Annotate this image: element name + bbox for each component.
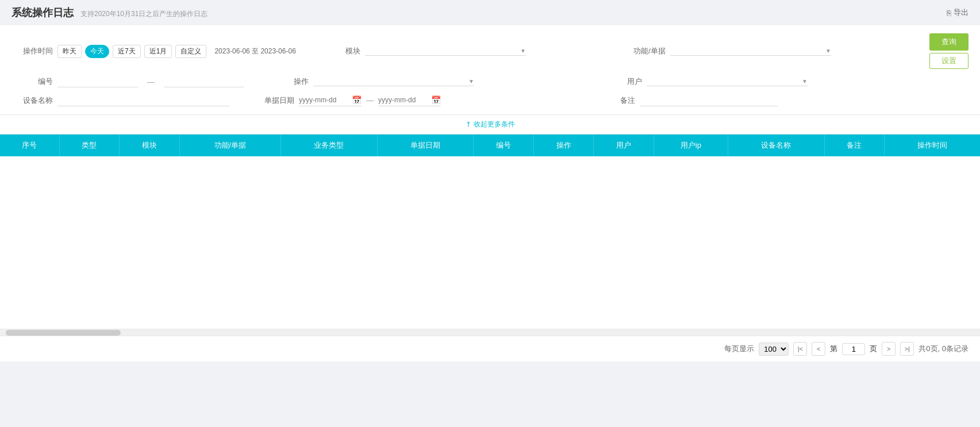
time-range-text: 2023-06-06 至 2023-06-06 [214, 47, 295, 56]
time-label: 操作时间 [11, 46, 57, 56]
col-device: 设备名称 [728, 134, 824, 156]
col-operation: 操作 [533, 134, 593, 156]
number-sep: — [143, 78, 159, 86]
col-user-ip: 用户ip [654, 134, 728, 156]
empty-area [0, 156, 980, 329]
user-select[interactable]: ▼ [647, 77, 808, 86]
scroll-bar-thumb[interactable] [6, 330, 121, 336]
col-module: 模块 [120, 134, 179, 156]
page-header: 系统操作日志 支持2020年10月31日之后产生的操作日志 ⎘ 导出 [0, 0, 980, 25]
col-remark: 备注 [824, 134, 884, 156]
filter-row-2: 编号 — 操作 ▼ 用户 ▼ [11, 76, 969, 87]
next-page-button[interactable]: > [882, 342, 896, 356]
prev-page-button[interactable]: < [812, 342, 825, 356]
time-btn-custom[interactable]: 自定义 [175, 45, 206, 58]
col-code: 编号 [474, 134, 533, 156]
time-btn-1month[interactable]: 近1月 [144, 45, 172, 58]
page-subtitle: 支持2020年10月31日之后产生的操作日志 [80, 9, 207, 19]
col-biz-type: 业务类型 [281, 134, 378, 156]
filter-row-1: 操作时间 昨天 今天 近7天 近1月 自定义 2023-06-06 至 2023… [11, 33, 969, 69]
col-type: 类型 [59, 134, 119, 156]
col-op-time: 操作时间 [884, 134, 980, 156]
scroll-bar-area[interactable] [0, 329, 980, 336]
page-label: 第 [830, 344, 837, 354]
time-btn-yesterday[interactable]: 昨天 [57, 45, 82, 58]
total-text: 共0页, 0条记录 [918, 344, 969, 354]
voucher-date-from-wrap: 📅 [299, 94, 362, 106]
time-options: 昨天 今天 近7天 近1月 自定义 2023-06-06 至 2023-06-0… [57, 45, 296, 58]
remark-input[interactable] [640, 95, 778, 106]
settings-button[interactable]: 设置 [929, 53, 969, 69]
time-btn-7days[interactable]: 近7天 [113, 45, 141, 58]
device-input[interactable] [57, 95, 230, 106]
voucher-date-sep: — [362, 96, 378, 105]
filter-row-3: 设备名称 单据日期 📅 — 📅 备注 [11, 94, 969, 106]
collapse-label: 收起更多条件 [474, 120, 515, 129]
function-select[interactable]: ▼ [670, 47, 831, 56]
module-label: 模块 [319, 46, 365, 56]
col-function: 功能/单据 [179, 134, 280, 156]
voucher-date-to-wrap: 📅 [378, 94, 441, 106]
time-btn-today[interactable]: 今天 [85, 45, 109, 58]
export-button[interactable]: ⎘ 导出 [947, 7, 969, 18]
device-label: 设备名称 [11, 95, 57, 106]
collapse-bar[interactable]: ⤒ 收起更多条件 [0, 115, 980, 134]
operation-label: 操作 [267, 76, 313, 87]
col-user: 用户 [594, 134, 654, 156]
col-number: 序号 [0, 134, 59, 156]
voucher-date-from-input[interactable] [299, 96, 351, 104]
cal-to-icon[interactable]: 📅 [431, 95, 441, 105]
table-header-row: 序号 类型 模块 功能/单据 业务类型 单据日期 编号 操作 用户 用户ip 设… [0, 134, 980, 156]
header-left: 系统操作日志 支持2020年10月31日之后产生的操作日志 [11, 6, 207, 20]
export-label: 导出 [954, 7, 969, 18]
col-voucher-date: 单据日期 [377, 134, 474, 156]
last-page-button[interactable]: >| [900, 342, 914, 356]
cal-from-icon[interactable]: 📅 [352, 95, 362, 105]
user-label: 用户 [601, 76, 647, 87]
module-select[interactable]: ▼ [365, 47, 526, 56]
query-button[interactable]: 查询 [929, 33, 969, 51]
data-table: 序号 类型 模块 功能/单据 业务类型 单据日期 编号 操作 用户 用户ip 设… [0, 134, 980, 156]
data-table-wrapper: 序号 类型 模块 功能/单据 业务类型 单据日期 编号 操作 用户 用户ip 设… [0, 134, 980, 329]
filter-panel: 操作时间 昨天 今天 近7天 近1月 自定义 2023-06-06 至 2023… [0, 25, 980, 115]
collapse-up-icon: ⤒ [466, 121, 471, 129]
module-select-arrow: ▼ [520, 48, 526, 54]
first-page-button[interactable]: |< [793, 342, 807, 356]
number-label: 编号 [11, 76, 57, 87]
page-input[interactable] [842, 343, 865, 355]
function-select-arrow: ▼ [825, 48, 831, 54]
pagination-bar: 每页显示 100 50 200 |< < 第 页 > >| 共0页, 0条记录 [0, 336, 980, 361]
remark-label: 备注 [594, 95, 640, 106]
per-page-label: 每页显示 [724, 344, 754, 354]
voucher-date-to-input[interactable] [378, 96, 430, 104]
number-from-input[interactable] [57, 76, 138, 87]
page-title: 系统操作日志 [11, 6, 74, 20]
page-unit: 页 [870, 344, 877, 354]
action-buttons: 查询 设置 [929, 33, 969, 69]
function-label: 功能/单据 [624, 46, 670, 56]
per-page-select[interactable]: 100 50 200 [759, 343, 789, 356]
operation-select[interactable]: ▼ [313, 77, 474, 86]
voucher-date-label: 单据日期 [253, 95, 299, 106]
operation-select-arrow: ▼ [468, 78, 474, 84]
export-icon: ⎘ [947, 9, 951, 17]
number-to-input[interactable] [164, 76, 244, 87]
user-select-arrow: ▼ [802, 78, 808, 84]
